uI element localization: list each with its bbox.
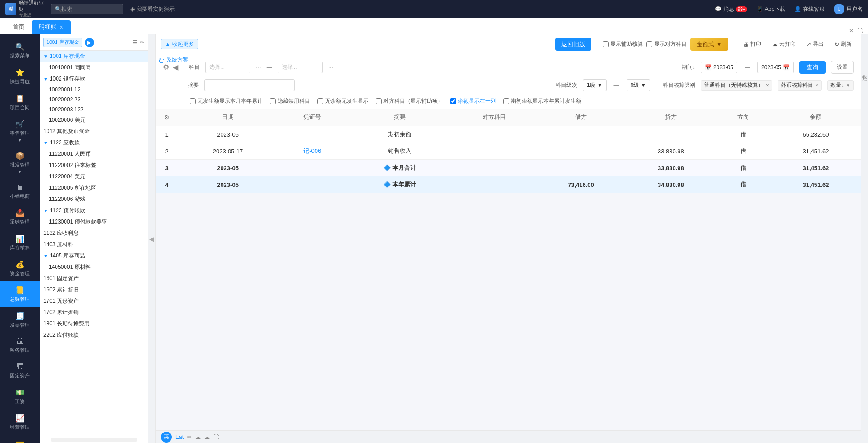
checkbox-no-balance2-input[interactable] xyxy=(317,98,323,104)
eng-btn[interactable]: 英 xyxy=(161,432,172,443)
sidebar-item-inventory[interactable]: 📊 库存核算 xyxy=(0,230,40,256)
th-settings[interactable]: ⚙ xyxy=(156,109,178,126)
cloud2-icon[interactable]: ☁ xyxy=(204,434,210,440)
tree-node-1405[interactable]: ▼ 1405 库存商品 xyxy=(40,250,148,262)
tree-list-icon[interactable]: ☰ xyxy=(133,39,138,46)
tree-node-10010001[interactable]: 10010001 同同同 xyxy=(40,62,148,73)
tree-node-1701[interactable]: 1701 无形资产 xyxy=(40,295,148,307)
tree-scrollbar[interactable] xyxy=(51,438,137,442)
tab-close-all-icon[interactable]: ✕ xyxy=(849,28,854,34)
checkbox-period-total[interactable]: 期初余额显示本年累计发生额 xyxy=(503,97,581,105)
quantity-tag[interactable]: 数量↓ ▼ xyxy=(827,80,854,91)
tree-node-1002[interactable]: ▼ 1002 银行存款 xyxy=(40,73,148,85)
plan-btn[interactable]: ⭮ 系统方案 xyxy=(156,54,193,66)
voucher-link-2[interactable]: 记-006 xyxy=(303,148,321,154)
tree-node-1122[interactable]: ▼ 1122 应收款 xyxy=(40,137,148,148)
level-end-select[interactable]: 6级 ▼ xyxy=(627,79,651,91)
category-tag1-close[interactable]: ✕ xyxy=(765,83,769,88)
display-mode-btn[interactable]: 金额式 ▼ xyxy=(690,38,728,51)
checkbox-hide-disabled-input[interactable] xyxy=(270,98,276,104)
tree-node-10020003[interactable]: 10020003 122 xyxy=(40,105,148,114)
tree-node-10020001[interactable]: 10020001 12 xyxy=(40,85,148,95)
export-btn[interactable]: ↗ 导出 xyxy=(803,38,827,50)
checkbox-no-balance-input[interactable] xyxy=(190,98,196,104)
tree-nav-btn[interactable]: ▶ xyxy=(85,38,94,47)
sidebar-item-purchase[interactable]: 📥 采购管理 xyxy=(0,204,40,230)
setting-btn[interactable]: 设置 xyxy=(831,61,854,74)
tree-node-11220005[interactable]: 11220005 所在地区 xyxy=(40,182,148,194)
tree-node-11220006[interactable]: 11220006 游戏 xyxy=(40,194,148,205)
tree-selected-account[interactable]: 1001 库存现金 xyxy=(43,38,82,47)
show-auxiliary-checkbox[interactable]: 显示辅助核算 xyxy=(603,40,643,48)
show-opposite-checkbox[interactable]: 显示对方科目 xyxy=(646,40,687,48)
sidebar-item-ledger[interactable]: 📒 总账管理 xyxy=(0,281,40,307)
subject-start-select[interactable]: 选择... xyxy=(205,62,250,73)
refresh-btn[interactable]: ↻ 刷新 xyxy=(831,38,855,50)
checkbox-balance-col-input[interactable] xyxy=(450,98,456,104)
period-end-input[interactable]: 2023-05 📅 xyxy=(757,62,794,73)
subject-end-select[interactable]: 选择... xyxy=(278,62,323,73)
checkbox-hide-disabled[interactable]: 隐藏禁用科目 xyxy=(270,97,310,105)
cloud-print-btn[interactable]: ☁ 云打印 xyxy=(769,38,799,50)
tree-node-1001[interactable]: ▼ 1001 库存现金 xyxy=(40,51,148,62)
checkbox-no-balance2[interactable]: 无余额无发生显示 xyxy=(317,97,368,105)
tab-ledger-close[interactable]: ✕ xyxy=(59,24,63,30)
tree-node-1403[interactable]: 1403 原材料 xyxy=(40,239,148,250)
tree-node-1801[interactable]: 1801 长期待摊费用 xyxy=(40,318,148,329)
level-start-select[interactable]: 1级 ▼ xyxy=(583,79,607,91)
category-tag2[interactable]: 外币核算科目 ✕ xyxy=(778,80,822,91)
tree-node-11220004[interactable]: 11220004 美元 xyxy=(40,171,148,182)
sidebar-item-expense[interactable]: 💳 小畅报销 xyxy=(0,435,40,443)
checkbox-no-balance[interactable]: 无发生额显示本月本年累计 xyxy=(190,97,263,105)
print-btn[interactable]: 🖨 打印 xyxy=(740,38,765,50)
period-start-input[interactable]: 📅 2023-05 xyxy=(701,62,737,73)
message-btn[interactable]: 💬 消息 99+ xyxy=(715,5,747,13)
show-opposite-input[interactable] xyxy=(646,41,652,47)
sidebar-item-contract[interactable]: 📋 项目合同 xyxy=(0,90,40,115)
sidebar-item-ecommerce[interactable]: 🖥 小畅电商 xyxy=(0,179,40,204)
sidebar-item-management[interactable]: 📈 经营管理 xyxy=(0,410,40,435)
tab-ledger[interactable]: 明细账 ✕ xyxy=(32,20,71,34)
period-label[interactable]: 期间↓ xyxy=(682,63,695,71)
sidebar-item-search[interactable]: 🔍 搜索菜单 xyxy=(0,38,40,64)
chat-btn[interactable]: Eat xyxy=(175,434,184,440)
tree-node-1602[interactable]: 1602 累计折旧 xyxy=(40,284,148,295)
cloud-icon[interactable]: ☁ xyxy=(195,434,201,440)
tree-node-2202[interactable]: 2202 应付账款 xyxy=(40,329,148,341)
online-service-btn[interactable]: 👤 在线客服 xyxy=(794,5,825,13)
category-tag1[interactable]: 普通科目（无特殊核算） ✕ xyxy=(701,80,772,91)
expand-more-btn[interactable]: ▲ 收起更多 xyxy=(161,39,198,49)
tree-node-10020002[interactable]: 10020002 23 xyxy=(40,95,148,105)
tab-home[interactable]: 首页 xyxy=(5,20,32,34)
sidebar-item-fixed[interactable]: 🏗 固定资产 xyxy=(0,358,40,384)
panel-divider[interactable]: ◀ xyxy=(148,34,156,443)
sidebar-item-capital[interactable]: 💰 资金管理 xyxy=(0,256,40,281)
tree-node-1601[interactable]: 1601 固定资产 xyxy=(40,273,148,284)
checkbox-opposite[interactable]: 对方科目（显示辅助项） xyxy=(376,97,443,105)
user-area[interactable]: U 用户名 xyxy=(834,4,863,14)
show-auxiliary-input[interactable] xyxy=(603,41,609,47)
sidebar-item-invoice[interactable]: 🧾 发票管理 xyxy=(0,307,40,333)
checkbox-period-total-input[interactable] xyxy=(503,98,509,104)
checkbox-opposite-input[interactable] xyxy=(376,98,382,104)
sidebar-item-retail[interactable]: 🛒 零售管理 ▼ xyxy=(0,115,40,147)
demo-link[interactable]: ◉ 我要看实例演示 xyxy=(130,5,175,13)
tree-node-1132[interactable]: 1132 应收利息 xyxy=(40,228,148,239)
tree-node-1702[interactable]: 1702 累计摊销 xyxy=(40,307,148,318)
sidebar-item-nav[interactable]: ⭐ 快捷导航 xyxy=(0,64,40,90)
category-tag2-close[interactable]: ✕ xyxy=(815,83,819,88)
status-expand-icon[interactable]: ⛶ xyxy=(213,434,219,440)
checkbox-balance-col[interactable]: 余额显示在一列 xyxy=(450,97,496,105)
quantity-tag-close[interactable]: ▼ xyxy=(846,83,850,88)
sidebar-item-wholesale[interactable]: 📦 批发管理 ▼ xyxy=(0,147,40,179)
tree-node-11220001[interactable]: 11220001 人民币 xyxy=(40,148,148,160)
return-old-btn[interactable]: 返回旧版 xyxy=(555,38,591,51)
tree-node-11230001[interactable]: 11230001 预付款款美亚 xyxy=(40,216,148,228)
tree-node-1012[interactable]: 1012 其他货币资金 xyxy=(40,126,148,137)
edit-icon[interactable]: ✏ xyxy=(187,434,192,440)
tree-edit-icon[interactable]: ✏ xyxy=(140,39,144,46)
top-search[interactable]: 🔍 搜索 xyxy=(51,4,123,14)
sidebar-item-tax[interactable]: 🏛 税务管理 xyxy=(0,333,40,358)
tree-node-10020006[interactable]: 10020006 美元 xyxy=(40,114,148,126)
tree-node-11220002[interactable]: 11220002 往来标签 xyxy=(40,160,148,171)
